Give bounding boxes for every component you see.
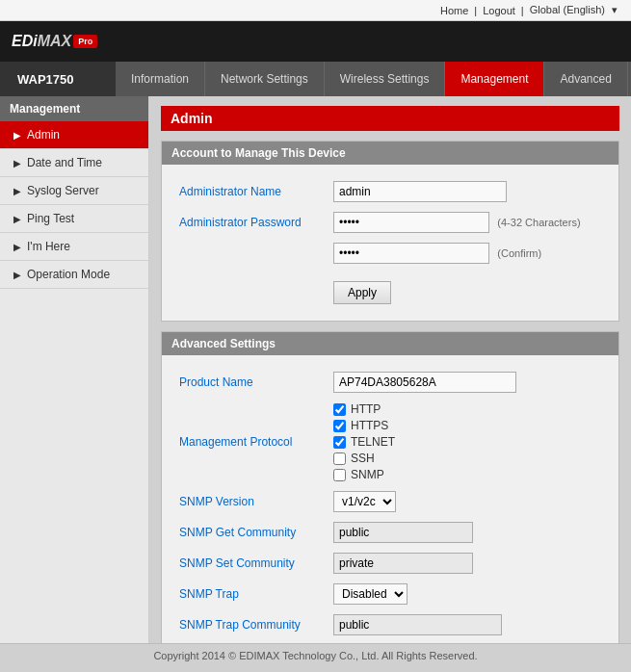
protocol-http-row: HTTP (333, 402, 601, 416)
protocol-checkbox-group: HTTP HTTPS TELNET (333, 402, 601, 481)
product-name-row: Product Name (171, 367, 609, 398)
nav-item-network[interactable]: Network Settings (205, 62, 325, 96)
snmp-get-community-input[interactable] (333, 522, 473, 543)
protocol-https-label: HTTPS (351, 419, 388, 432)
admin-name-input[interactable] (333, 181, 507, 202)
admin-password-confirm-cell: (Confirm) (326, 238, 609, 269)
snmp-get-community-cell (326, 517, 609, 548)
admin-password-confirm-row: (Confirm) (171, 238, 609, 269)
snmp-trap-community-input[interactable] (333, 614, 502, 635)
content-area: Admin Account to Manage This Device Admi… (149, 96, 631, 643)
account-section-body: Administrator Name Administrator Passwor… (162, 165, 618, 321)
logo: EDiMAX Pro (12, 33, 97, 50)
account-apply-button[interactable]: Apply (333, 281, 391, 304)
snmp-trap-manager-row: SNMP Trap Manager (171, 640, 609, 643)
snmp-version-cell: v1/v2c v3 (326, 486, 609, 517)
protocol-ssh-label: SSH (351, 452, 375, 465)
separator2: | (521, 5, 524, 16)
advanced-section-body: Product Name Management Protocol HTTP (162, 355, 618, 643)
admin-password-row: Administrator Password (4-32 Characters) (171, 207, 609, 238)
logo-max: MAX (38, 33, 72, 50)
snmp-trap-manager-label: SNMP Trap Manager (171, 640, 326, 643)
sidebar: Management ▶ Admin ▶ Date and Time ▶ Sys… (0, 96, 149, 643)
arrow-icon: ▶ (13, 270, 21, 280)
logo-bar: EDiMAX Pro (0, 21, 631, 62)
nav-brand: WAP1750 (0, 62, 116, 96)
snmp-trap-label: SNMP Trap (171, 579, 326, 609)
admin-password-confirm-label (171, 238, 326, 269)
protocol-snmp-row: SNMP (333, 468, 601, 481)
snmp-get-community-label: SNMP Get Community (171, 517, 326, 548)
nav-item-management[interactable]: Management (445, 62, 544, 96)
top-bar: Home | Logout | Global (English) ▾ (0, 0, 631, 21)
sidebar-item-admin[interactable]: ▶ Admin (0, 121, 148, 149)
admin-password-confirm-input[interactable] (333, 243, 489, 264)
nav-item-advanced[interactable]: Advanced (544, 62, 627, 96)
protocol-https-row: HTTPS (333, 419, 601, 432)
nav-item-information[interactable]: Information (116, 62, 205, 96)
footer: Copyright 2014 © EDIMAX Technology Co., … (0, 643, 631, 667)
snmp-trap-select[interactable]: Disabled Enabled (333, 583, 408, 605)
home-link[interactable]: Home (440, 5, 468, 16)
snmp-trap-row: SNMP Trap Disabled Enabled (171, 579, 609, 609)
sidebar-item-syslog[interactable]: ▶ Syslog Server (0, 177, 148, 205)
nav-bar: WAP1750 Information Network Settings Wir… (0, 62, 631, 96)
snmp-trap-community-label: SNMP Trap Community (171, 609, 326, 640)
protocol-http-checkbox[interactable] (333, 403, 346, 416)
snmp-get-community-row: SNMP Get Community (171, 517, 609, 548)
admin-name-label: Administrator Name (171, 176, 326, 207)
sidebar-item-operation-mode[interactable]: ▶ Operation Mode (0, 261, 148, 289)
management-protocol-label: Management Protocol (171, 398, 326, 486)
product-name-input-cell (326, 367, 609, 398)
arrow-icon: ▶ (13, 130, 21, 141)
snmp-version-select[interactable]: v1/v2c v3 (333, 491, 396, 512)
page-title: Admin (161, 106, 619, 131)
protocol-telnet-label: TELNET (351, 435, 395, 449)
logout-link[interactable]: Logout (483, 5, 515, 16)
protocol-telnet-row: TELNET (333, 435, 601, 449)
sidebar-header: Management (0, 96, 148, 121)
snmp-set-community-input[interactable] (333, 553, 473, 574)
admin-name-row: Administrator Name (171, 176, 609, 207)
admin-password-input[interactable] (333, 212, 489, 233)
footer-text: Copyright 2014 © EDIMAX Technology Co., … (153, 650, 477, 661)
account-apply-row: Apply (171, 269, 609, 309)
main-layout: Management ▶ Admin ▶ Date and Time ▶ Sys… (0, 96, 631, 643)
advanced-section: Advanced Settings Product Name Managemen… (161, 331, 619, 643)
sidebar-item-imhere[interactable]: ▶ I'm Here (0, 233, 148, 261)
admin-password-label: Administrator Password (171, 207, 326, 238)
snmp-version-row: SNMP Version v1/v2c v3 (171, 486, 609, 517)
admin-password-input-cell: (4-32 Characters) (326, 207, 609, 238)
arrow-icon: ▶ (13, 242, 21, 252)
snmp-trap-manager-cell (326, 640, 609, 643)
arrow-icon: ▶ (13, 186, 21, 196)
snmp-set-community-label: SNMP Set Community (171, 548, 326, 579)
advanced-section-header: Advanced Settings (162, 332, 618, 355)
nav-item-wireless[interactable]: Wireless Settings (325, 62, 446, 96)
logo-pro-badge: Pro (73, 35, 97, 48)
management-protocol-row: Management Protocol HTTP HTTPS (171, 398, 609, 486)
account-section-header: Account to Manage This Device (162, 142, 618, 165)
confirm-hint: (Confirm) (497, 247, 541, 259)
admin-name-input-cell (326, 176, 609, 207)
snmp-set-community-cell (326, 548, 609, 579)
snmp-trap-community-cell (326, 609, 609, 640)
protocol-ssh-row: SSH (333, 452, 601, 465)
sidebar-item-date-time[interactable]: ▶ Date and Time (0, 149, 148, 177)
snmp-set-community-row: SNMP Set Community (171, 548, 609, 579)
separator1: | (474, 5, 477, 16)
protocol-snmp-label: SNMP (351, 468, 384, 481)
snmp-version-label: SNMP Version (171, 486, 326, 517)
protocol-https-checkbox[interactable] (333, 420, 346, 432)
protocol-ssh-checkbox[interactable] (333, 452, 346, 465)
language-selector[interactable]: Global (English) ▾ (528, 4, 619, 16)
nav-items: Information Network Settings Wireless Se… (116, 62, 631, 96)
snmp-trap-community-row: SNMP Trap Community (171, 609, 609, 640)
protocol-snmp-checkbox[interactable] (333, 469, 346, 481)
sidebar-item-ping[interactable]: ▶ Ping Test (0, 205, 148, 233)
protocol-telnet-checkbox[interactable] (333, 436, 346, 449)
snmp-trap-cell: Disabled Enabled (326, 579, 609, 609)
password-hint: (4-32 Characters) (497, 217, 580, 228)
product-name-input[interactable] (333, 372, 516, 393)
protocol-http-label: HTTP (351, 402, 381, 416)
